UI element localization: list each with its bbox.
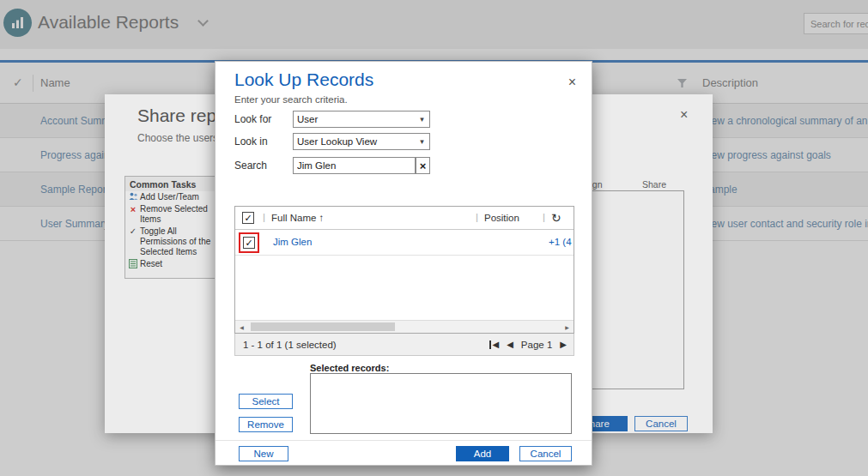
screen: Available Reports ✓ Name Description Acc…: [0, 0, 868, 476]
lookup-dialog-subtitle: Enter your search criteria.: [234, 94, 348, 105]
look-for-label: Look for: [234, 113, 271, 125]
results-status-bar: 1 - 1 of 1 (1 selected) ◀ ◀ Page 1 ▶: [234, 334, 574, 356]
first-page-icon[interactable]: ◀: [489, 340, 499, 349]
row-checkbox[interactable]: ✓: [243, 237, 255, 249]
refresh-icon[interactable]: ↻: [551, 211, 561, 225]
dropdown-arrow-icon: ▾: [416, 113, 428, 125]
scroll-right-icon[interactable]: ▶: [561, 321, 574, 333]
close-icon[interactable]: ×: [568, 75, 576, 89]
clear-search-icon[interactable]: ×: [416, 157, 430, 174]
column-header-full-name[interactable]: Full Name ↑: [271, 213, 324, 223]
next-page-icon[interactable]: ▶: [560, 340, 567, 349]
look-in-value: User Lookup View: [297, 136, 377, 147]
look-for-value: User: [297, 114, 318, 124]
previous-page-icon[interactable]: ◀: [507, 340, 513, 349]
result-row[interactable]: ✓ Jim Glen +1 (4: [235, 230, 574, 256]
full-name-label: Full Name: [271, 213, 316, 223]
footer-divider: [215, 440, 592, 441]
sort-ascending-icon: ↑: [319, 213, 325, 223]
cancel-button[interactable]: Cancel: [519, 446, 572, 461]
record-name-link[interactable]: Jim Glen: [273, 237, 312, 247]
look-for-select[interactable]: User ▾: [293, 111, 430, 128]
selected-records-box: [310, 373, 572, 434]
select-all-checkbox[interactable]: ✓: [242, 212, 254, 224]
horizontal-scrollbar[interactable]: ◀ ▶: [235, 320, 574, 333]
column-header-position[interactable]: Position: [484, 213, 519, 223]
search-label: Search: [234, 160, 267, 172]
add-button[interactable]: Add: [456, 446, 509, 461]
record-phone: +1 (4: [549, 237, 572, 247]
remove-button[interactable]: Remove: [239, 417, 293, 432]
selected-records-label: Selected records:: [310, 363, 389, 373]
scrollbar-thumb[interactable]: [251, 322, 395, 331]
look-in-select[interactable]: User Lookup View ▾: [293, 133, 430, 150]
header-separator: |: [543, 212, 545, 222]
header-separator: |: [476, 212, 478, 222]
new-button[interactable]: New: [239, 446, 288, 461]
header-separator: |: [263, 212, 265, 222]
lookup-search-input[interactable]: [293, 157, 416, 174]
checkmark-icon: ✓: [245, 238, 252, 248]
select-button[interactable]: Select: [239, 394, 293, 409]
checkmark-icon: ✓: [244, 214, 252, 223]
scroll-left-icon[interactable]: ◀: [235, 321, 248, 333]
lookup-results-grid: ✓ | Full Name ↑ | Position | ↻ ✓ Jim G: [234, 206, 574, 334]
page-label: Page 1: [521, 340, 552, 350]
dropdown-arrow-icon: ▾: [416, 136, 428, 148]
pager: ◀ ◀ Page 1 ▶: [489, 334, 567, 356]
highlight-box: ✓: [239, 232, 259, 253]
lookup-dialog-title: Look Up Records: [234, 69, 373, 90]
results-grid-header: ✓ | Full Name ↑ | Position | ↻: [235, 207, 574, 230]
record-count: 1 - 1 of 1 (1 selected): [235, 340, 337, 350]
lookup-records-dialog: Look Up Records Enter your search criter…: [215, 61, 592, 466]
look-in-label: Look in: [234, 136, 268, 148]
